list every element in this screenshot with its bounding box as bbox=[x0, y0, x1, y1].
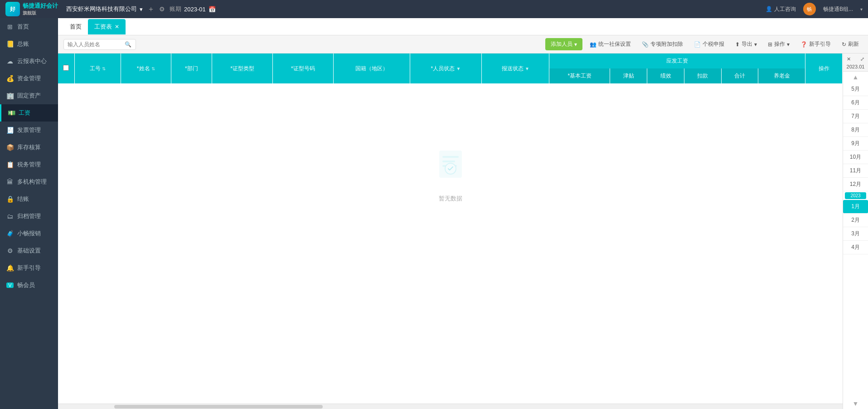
sidebar-item-vip[interactable]: V 畅会员 bbox=[0, 277, 58, 294]
sidebar-item-multi-org[interactable]: 🏛 多机构管理 bbox=[0, 173, 58, 190]
month-6[interactable]: 6月 bbox=[843, 96, 868, 110]
right-panel-controls: ✕ ⤢ bbox=[845, 55, 866, 63]
tab-salary-table[interactable]: 工资表 ✕ bbox=[88, 19, 126, 34]
invoice-icon: 🧾 bbox=[6, 127, 14, 134]
period-label: 账期 bbox=[170, 5, 181, 13]
tab-close-icon[interactable]: ✕ bbox=[115, 24, 119, 30]
sidebar-item-close-account[interactable]: 🔒 结账 bbox=[0, 190, 58, 208]
social-security-btn[interactable]: 👥 统一社保设置 bbox=[586, 39, 635, 50]
header-right: 👤 人工咨询 畅 畅捷通B组... ▾ bbox=[766, 3, 863, 15]
sidebar-item-expense[interactable]: 🧳 小畅报销 bbox=[0, 225, 58, 242]
tab-home[interactable]: 首页 bbox=[63, 19, 88, 34]
sidebar-item-settings[interactable]: ⚙ 基础设置 bbox=[0, 242, 58, 259]
month-9[interactable]: 9月 bbox=[843, 137, 868, 151]
special-deduction-btn[interactable]: 📎 专项附加扣除 bbox=[638, 39, 687, 50]
month-7[interactable]: 7月 bbox=[843, 110, 868, 123]
export-icon: ⬆ bbox=[735, 41, 740, 48]
sidebar-item-label: 税务管理 bbox=[17, 161, 41, 169]
user-menu-chevron[interactable]: ▾ bbox=[860, 7, 863, 12]
sidebar-item-ledger[interactable]: 📒 总账 bbox=[0, 35, 58, 53]
month-8[interactable]: 8月 bbox=[843, 123, 868, 137]
operate-dropdown-icon: ▾ bbox=[787, 41, 790, 48]
next-year-btn[interactable]: ▼ bbox=[851, 398, 861, 409]
sidebar-item-home[interactable]: ⊞ 首页 bbox=[0, 18, 58, 35]
export-btn[interactable]: ⬆ 导出 ▾ bbox=[732, 39, 761, 50]
app-title: 畅捷通好会计 bbox=[23, 2, 58, 10]
sidebar: ⊞ 首页 📒 总账 ☁ 云报表中心 💰 资金管理 🏢 固定资产 💵 工资 bbox=[0, 18, 58, 409]
inventory-icon: 📦 bbox=[6, 144, 14, 151]
period-value: 2023-01 bbox=[184, 6, 206, 13]
ledger-icon: 📒 bbox=[6, 40, 14, 48]
sidebar-item-label: 固定资产 bbox=[17, 92, 41, 100]
header-plus-btn[interactable]: ＋ bbox=[147, 5, 155, 14]
empty-state: 暂无数据 bbox=[58, 83, 843, 265]
period-selector[interactable]: 账期 2023-01 📅 bbox=[170, 5, 216, 13]
panel-expand-btn[interactable]: ⤢ bbox=[858, 55, 866, 63]
submit-filter-icon[interactable]: ▼ bbox=[525, 66, 529, 71]
sort-icon[interactable]: ⇅ bbox=[102, 66, 106, 71]
sidebar-item-label: 首页 bbox=[17, 23, 29, 31]
service-btn[interactable]: 👤 人工咨询 bbox=[766, 5, 796, 13]
salary-icon: 💵 bbox=[8, 109, 15, 117]
right-panel-header: ✕ ⤢ 2023.01 bbox=[843, 54, 868, 72]
sort-icon[interactable]: ⇅ bbox=[151, 66, 155, 71]
sidebar-item-label: 云报表中心 bbox=[17, 57, 47, 65]
guide-btn[interactable]: ❓ 新手引导 bbox=[797, 39, 834, 50]
user-avatar[interactable]: 畅 bbox=[803, 3, 816, 15]
month-5[interactable]: 5月 bbox=[843, 83, 868, 96]
sidebar-item-label: 库存核算 bbox=[17, 143, 41, 151]
panel-close-btn[interactable]: ✕ bbox=[845, 55, 853, 63]
panel-current-date: 2023.01 bbox=[847, 64, 865, 69]
sidebar-item-archive[interactable]: 🗂 归档管理 bbox=[0, 208, 58, 225]
sidebar-item-cloud-report[interactable]: ☁ 云报表中心 bbox=[0, 53, 58, 70]
sidebar-item-label: 总账 bbox=[17, 40, 29, 48]
content-area: 首页 工资表 ✕ 🔍 添加人员 ▾ 👥 bbox=[58, 18, 868, 409]
select-all-checkbox[interactable] bbox=[63, 65, 69, 71]
main-content: 工号 ⇅ *姓名 ⇅ *部门 *证型类型 *证型号码 bbox=[58, 54, 843, 409]
status-filter-icon[interactable]: ▼ bbox=[456, 66, 461, 71]
export-label: 导出 bbox=[742, 40, 752, 48]
org-icon: 🏛 bbox=[6, 178, 14, 185]
refresh-btn[interactable]: ↻ 刷新 bbox=[838, 39, 863, 50]
toolbar: 🔍 添加人员 ▾ 👥 统一社保设置 📎 专项附加扣除 📄 个 bbox=[58, 35, 868, 54]
operate-label: 操作 bbox=[774, 40, 785, 48]
month-1[interactable]: 1月 bbox=[843, 200, 868, 214]
sidebar-item-guide[interactable]: 🔔 新手引导 bbox=[0, 259, 58, 277]
col-allowance: 津贴 bbox=[610, 68, 647, 83]
scrollbar-thumb[interactable] bbox=[114, 405, 323, 409]
operate-btn[interactable]: ⊞ 操作 ▾ bbox=[764, 39, 793, 50]
search-box[interactable]: 🔍 bbox=[63, 39, 136, 50]
deduction-label: 专项附加扣除 bbox=[650, 40, 683, 48]
month-11[interactable]: 11月 bbox=[843, 164, 868, 178]
fund-icon: 💰 bbox=[6, 75, 14, 82]
year-badge-2023: 2023 bbox=[845, 192, 866, 199]
month-2[interactable]: 2月 bbox=[843, 214, 868, 227]
sidebar-item-label: 结账 bbox=[17, 195, 29, 203]
header-settings-icon[interactable]: ⚙ bbox=[159, 5, 165, 13]
sidebar-item-fund[interactable]: 💰 资金管理 bbox=[0, 70, 58, 87]
sidebar-item-tax[interactable]: 📋 税务管理 bbox=[0, 156, 58, 173]
month-4[interactable]: 4月 bbox=[843, 241, 868, 254]
sidebar-item-invoice[interactable]: 🧾 发票管理 bbox=[0, 122, 58, 139]
social-security-icon: 👥 bbox=[590, 41, 596, 48]
month-12[interactable]: 12月 bbox=[843, 178, 868, 191]
company-selector[interactable]: 西安虾米网络科技有限公司 ▾ bbox=[66, 5, 143, 13]
sidebar-item-fixed-assets[interactable]: 🏢 固定资产 bbox=[0, 87, 58, 104]
sidebar-item-inventory[interactable]: 📦 库存核算 bbox=[0, 139, 58, 156]
search-input[interactable] bbox=[68, 41, 122, 48]
month-3[interactable]: 3月 bbox=[843, 227, 868, 241]
col-id-number: *证型号码 bbox=[273, 54, 334, 83]
sidebar-item-label: 发票管理 bbox=[17, 126, 41, 134]
col-base-salary: *基本工资 bbox=[549, 68, 610, 83]
company-dropdown-icon[interactable]: ▾ bbox=[140, 6, 143, 13]
deduction-icon: 📎 bbox=[642, 41, 649, 48]
horizontal-scrollbar[interactable] bbox=[58, 404, 843, 409]
add-person-btn[interactable]: 添加人员 ▾ bbox=[545, 38, 582, 50]
archive-icon: 🗂 bbox=[6, 213, 14, 220]
period-calendar-icon[interactable]: 📅 bbox=[209, 6, 216, 13]
month-10[interactable]: 10月 bbox=[843, 151, 868, 164]
personal-tax-btn[interactable]: 📄 个税申报 bbox=[690, 39, 728, 50]
sidebar-item-salary[interactable]: 💵 工资 bbox=[0, 104, 58, 122]
prev-year-btn[interactable]: ▲ bbox=[851, 72, 861, 83]
assets-icon: 🏢 bbox=[6, 92, 14, 99]
